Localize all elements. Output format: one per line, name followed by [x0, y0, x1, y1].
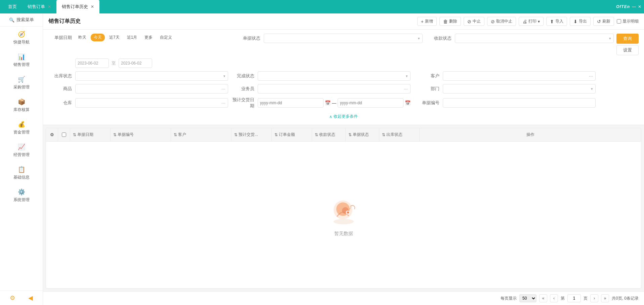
sidebar-item-management[interactable]: 📈 经营管理: [0, 139, 43, 162]
salesperson-field[interactable]: [258, 84, 411, 93]
close-tab-sales-order[interactable]: ✕: [48, 4, 51, 9]
sidebar-settings-icon[interactable]: ⚙: [10, 294, 15, 302]
delivery-from-input[interactable]: [258, 98, 324, 108]
stop-button[interactable]: ⊘ 中止: [464, 17, 484, 26]
last-page-btn[interactable]: »: [601, 294, 609, 302]
import-button[interactable]: ⬆ 导入: [546, 17, 567, 26]
prev-page-btn[interactable]: ‹: [550, 294, 558, 302]
delete-icon: 🗑: [443, 19, 448, 24]
completion-status-label: 完成状态: [231, 73, 258, 79]
sidebar-item-system[interactable]: ⚙️ 系统管理: [0, 184, 43, 207]
sidebar-collapse-icon[interactable]: ◀: [28, 294, 33, 302]
receipt-status-dropdown[interactable]: [455, 34, 614, 43]
delivery-to-input[interactable]: [338, 98, 403, 108]
svg-point-5: [347, 212, 349, 214]
sidebar-item-purchase[interactable]: 🛒 采购管理: [0, 72, 43, 94]
first-page-btn[interactable]: «: [539, 294, 547, 302]
collapse-row[interactable]: ∧ 收起更多条件: [48, 112, 639, 121]
sort-icon-delivery: ⇅: [234, 132, 238, 137]
receipt-status-select[interactable]: ▾: [455, 34, 614, 43]
department-select[interactable]: ▾: [443, 84, 596, 93]
date-btn-today[interactable]: 今天: [91, 34, 105, 41]
sidebar-search[interactable]: 🔍 搜索菜单: [0, 13, 43, 27]
th-client[interactable]: ⇅ 客户: [171, 128, 231, 141]
tab-home[interactable]: 首页: [3, 0, 22, 13]
settings-button[interactable]: 设置: [616, 45, 639, 55]
date-range: 至: [75, 59, 250, 68]
page-number-input[interactable]: [567, 294, 581, 302]
top-bar: 首页 销售订单 ✕ 销售订单历史 ✕ OfTEn — ✕: [0, 0, 644, 13]
new-button[interactable]: + 新增: [417, 17, 437, 26]
display-cols-option[interactable]: 显示明细: [617, 18, 639, 24]
table-settings-btn[interactable]: ⚙: [46, 128, 58, 141]
refresh-button[interactable]: ↺ 刷新: [593, 17, 614, 26]
date-to-input[interactable]: [119, 59, 152, 68]
client-input[interactable]: ···: [443, 71, 596, 81]
sidebar-item-quick-nav[interactable]: 🧭 快捷导航: [0, 27, 43, 49]
order-status-label: 单据状态: [237, 35, 264, 41]
sidebar-item-inventory[interactable]: 📦 库存核算: [0, 94, 43, 117]
pagination: 每页显示 50 10 20 100 « ‹ 第 页 › » 共0页, 0条记录: [43, 291, 644, 305]
stop-icon: ⊘: [467, 19, 471, 24]
display-cols-checkbox[interactable]: [617, 19, 621, 24]
warehouse-field[interactable]: [75, 98, 228, 108]
th-status[interactable]: ⇅ 单据状态: [346, 128, 379, 141]
outbound-status-select[interactable]: ▾: [75, 71, 228, 81]
minimize-icon[interactable]: —: [632, 4, 636, 9]
completion-status-select[interactable]: ▾: [258, 71, 411, 81]
window-close-icon[interactable]: ✕: [638, 4, 641, 9]
delivery-to-cal[interactable]: 📅: [405, 100, 411, 106]
filter-section: 单据日期 昨天 今天 近7天 近1月 更多 自定义 单据状态: [43, 30, 644, 125]
th-amount[interactable]: ⇅ 订单金额: [272, 128, 312, 141]
sidebar-item-base-info[interactable]: 📋 基础信息: [0, 162, 43, 184]
delete-button[interactable]: 🗑 删除: [439, 17, 461, 26]
export-button[interactable]: ⬇ 导出: [570, 17, 591, 26]
th-date[interactable]: ⇅ 单据日期: [70, 128, 111, 141]
date-btn-yesterday[interactable]: 昨天: [75, 34, 89, 41]
delivery-from-cal[interactable]: 📅: [325, 100, 331, 106]
th-delivery[interactable]: ⇅ 预计交货...: [231, 128, 272, 141]
close-tab-history[interactable]: ✕: [91, 4, 94, 9]
svg-point-0: [334, 219, 354, 224]
table-section: ⚙ ⇅ 单据日期 ⇅ 单据编号 ⇅ 客户 ⇅ 预计交货.: [46, 128, 641, 289]
select-all-checkbox[interactable]: [62, 132, 66, 137]
th-order-num[interactable]: ⇅ 单据编号: [111, 128, 171, 141]
order-status-dropdown[interactable]: [264, 34, 423, 43]
tab-sales-order-history[interactable]: 销售订单历史 ✕: [56, 0, 99, 13]
department-dropdown[interactable]: [443, 84, 596, 93]
print-dropdown-icon: ▾: [538, 19, 540, 24]
completion-status-dropdown[interactable]: [258, 71, 411, 81]
next-page-btn[interactable]: ›: [590, 294, 598, 302]
table-select-all[interactable]: [58, 128, 70, 141]
order-status-select[interactable]: ▾: [264, 34, 423, 43]
top-bar-right: OfTEn — ✕: [616, 4, 641, 9]
outbound-status-dropdown[interactable]: [75, 71, 228, 81]
th-outbound[interactable]: ⇅ 出库状态: [379, 128, 420, 141]
warehouse-input[interactable]: ···: [75, 98, 228, 108]
date-btn-7days[interactable]: 近7天: [106, 34, 123, 41]
client-field[interactable]: [443, 71, 596, 81]
empty-text: 暂无数据: [334, 231, 353, 237]
sales-icon: 📊: [18, 53, 25, 61]
sidebar-item-finance[interactable]: 💰 资金管理: [0, 117, 43, 139]
print-button[interactable]: 🖨 打印 ▾: [519, 17, 544, 26]
date-btn-1month[interactable]: 近1月: [124, 34, 140, 41]
date-label: 单据日期: [48, 35, 75, 41]
page-size-select[interactable]: 50 10 20 100: [519, 294, 536, 302]
salesperson-input[interactable]: ···: [258, 84, 411, 93]
tab-sales-order[interactable]: 销售订单 ✕: [22, 0, 56, 13]
sort-icon-date: ⇅: [73, 132, 76, 137]
order-num-field[interactable]: [443, 98, 596, 108]
product-field[interactable]: [75, 84, 228, 93]
th-receipt[interactable]: ⇅ 收款状态: [312, 128, 346, 141]
content-area: 销售订单历史 + 新增 🗑 删除 ⊘ 中止 ⊘ 取消中止: [43, 13, 644, 305]
main-layout: 🔍 搜索菜单 🧭 快捷导航 📊 销售管理 🛒 采购管理 📦 库存核算 💰 资金管…: [0, 13, 644, 305]
date-btn-more[interactable]: 更多: [141, 34, 156, 41]
query-button[interactable]: 查询: [616, 34, 639, 44]
date-from-input[interactable]: [75, 59, 109, 68]
sidebar-item-sales[interactable]: 📊 销售管理: [0, 49, 43, 72]
product-input[interactable]: ···: [75, 84, 228, 93]
date-btn-custom[interactable]: 自定义: [157, 34, 175, 41]
print-icon: 🖨: [522, 19, 527, 24]
cancel-stop-button[interactable]: ⊘ 取消中止: [487, 17, 516, 26]
